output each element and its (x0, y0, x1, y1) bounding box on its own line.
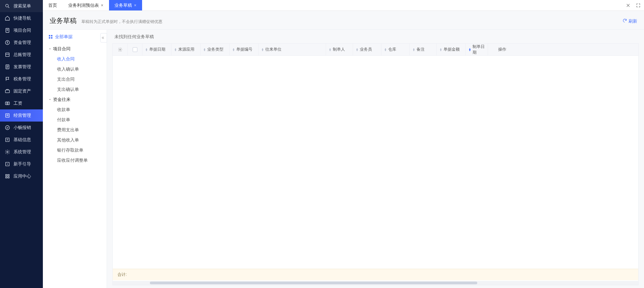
sidebar-item-reimbursement[interactable]: 小畅报销 (0, 122, 43, 134)
page-subtitle: 草稿转为正式单据时，不会执行满赠促销优惠 (81, 19, 162, 25)
reimbursement-icon (5, 125, 10, 130)
svg-rect-11 (5, 102, 9, 105)
svg-rect-31 (49, 37, 50, 38)
svg-rect-29 (49, 35, 50, 36)
sidebar-item-label: 税务管理 (14, 76, 31, 82)
filter-item-bank-deposit[interactable]: 银行存取款单 (46, 145, 104, 155)
scrollbar-thumb[interactable] (150, 282, 477, 284)
close-icon[interactable]: × (134, 3, 136, 8)
horizontal-scrollbar[interactable] (113, 281, 638, 285)
sidebar-item-salary[interactable]: 工资 (0, 97, 43, 109)
sort-icon: ▲▼ (439, 48, 442, 51)
sidebar-item-label: 固定资产 (14, 88, 31, 94)
sidebar-item-label: 工资 (14, 100, 22, 106)
guide-icon (5, 161, 10, 167)
svg-point-20 (7, 151, 8, 153)
sidebar-item-label: 资金管理 (14, 40, 31, 46)
svg-rect-26 (8, 177, 9, 178)
svg-rect-30 (51, 35, 52, 36)
sidebar-item-search[interactable]: 搜索菜单 (0, 0, 43, 12)
filter-item-ar-ap-adjust[interactable]: 应收应付调整单 (46, 155, 104, 165)
close-icon[interactable]: × (101, 3, 103, 8)
sidebar-item-label: 新手引导 (14, 161, 31, 167)
fullscreen-icon[interactable] (635, 2, 641, 8)
tab-business-draft[interactable]: 业务草稿 × (109, 0, 142, 10)
svg-rect-23 (6, 175, 7, 176)
sidebar-item-fixed-assets[interactable]: 固定资产 (0, 85, 43, 97)
tabs-bar: 首页 业务利润预估表 × 业务草稿 × (43, 0, 644, 11)
sidebar-item-business-mgmt[interactable]: 经营管理 (0, 109, 43, 122)
sidebar-item-label: 基础信息 (14, 137, 31, 143)
select-all-checkbox[interactable] (133, 47, 137, 52)
tab-profit-forecast[interactable]: 业务利润预估表 × (63, 0, 109, 10)
filter-item-income-contract[interactable]: 收入合同 (46, 54, 104, 64)
filter-all-documents[interactable]: 全部单据 (43, 34, 107, 44)
th-doc-date[interactable]: ▲▼单据日期 (142, 44, 171, 55)
main: 首页 业务利润预估表 × 业务草稿 × 业务草稿 草稿转为正式单据时，不会执行满… (43, 0, 644, 288)
sidebar-item-basic-info[interactable]: 基础信息 (0, 134, 43, 146)
sidebar-item-app-center[interactable]: 应用中心 (0, 170, 43, 182)
filter-group-project-contract: 项目合同 收入合同 收入确认单 支出合同 支出确认单 (43, 44, 107, 95)
filter-group-label: 资金往来 (53, 97, 71, 103)
tab-home[interactable]: 首页 (43, 0, 63, 10)
filter-group-header[interactable]: 项目合同 (46, 44, 104, 54)
money-icon (5, 40, 10, 45)
chevron-down-icon (48, 47, 52, 51)
svg-point-12 (7, 103, 8, 104)
ledger-icon (5, 52, 10, 57)
filter-item-expense-sheet[interactable]: 费用支出单 (46, 125, 104, 135)
tab-label: 首页 (48, 2, 57, 8)
content: 全部单据 项目合同 收入合同 收入确认单 支出合同 支出确认单 (43, 30, 644, 288)
th-amount[interactable]: ▲▼单据金额 (437, 44, 466, 55)
refresh-button[interactable]: 刷新 (622, 18, 637, 24)
table-area: 未找到任何业务草稿 ▲▼单据日期 ▲▼来源应用 ▲▼业务类型 ▲▼单据编号 (107, 30, 644, 288)
svg-rect-25 (6, 177, 7, 178)
th-doc-no[interactable]: ▲▼单据编号 (230, 44, 259, 55)
th-salesperson[interactable]: ▲▼业务员 (353, 44, 381, 55)
filter-group-header[interactable]: 资金往来 (46, 95, 104, 105)
th-warehouse[interactable]: ▲▼仓库 (381, 44, 410, 55)
filter-all-label: 全部单据 (55, 34, 73, 40)
sidebar-item-fund-mgmt[interactable]: 资金管理 (0, 36, 43, 49)
th-creator[interactable]: ▲▼制单人 (326, 44, 353, 55)
sidebar-item-label: 经营管理 (14, 112, 31, 119)
sidebar-item-label: 小畅报销 (14, 125, 31, 131)
th-remark[interactable]: ▲▼备注 (410, 44, 437, 55)
filter-group-label: 项目合同 (53, 46, 71, 52)
sort-icon: ▲▼ (468, 48, 471, 51)
close-all-icon[interactable] (625, 2, 631, 8)
filter-item-expense-confirm[interactable]: 支出确认单 (46, 84, 104, 95)
column-settings-button[interactable] (113, 44, 128, 55)
table-body (113, 56, 638, 269)
filter-item-income-confirm[interactable]: 收入确认单 (46, 64, 104, 74)
sidebar-item-project-contract[interactable]: 项目合同 (0, 24, 43, 36)
sidebar-item-invoice[interactable]: 发票管理 (0, 61, 43, 73)
document-icon (5, 28, 10, 33)
table: ▲▼单据日期 ▲▼来源应用 ▲▼业务类型 ▲▼单据编号 ▲▼往来单位 ▲▼制单人… (112, 43, 639, 285)
filter-item-receipt[interactable]: 收款单 (46, 105, 104, 115)
sort-icon: ▲▼ (203, 48, 206, 51)
search-icon (5, 3, 10, 9)
th-source-app[interactable]: ▲▼来源应用 (171, 44, 200, 55)
invoice-icon (5, 64, 10, 70)
gear-icon (118, 47, 123, 52)
sidebar-item-label: 系统管理 (14, 149, 31, 155)
filter-item-other-income[interactable]: 其他收入单 (46, 135, 104, 145)
th-business-type[interactable]: ▲▼业务类型 (200, 44, 230, 55)
sidebar-item-guide[interactable]: 新手引导 (0, 158, 43, 170)
sidebar-item-quick-nav[interactable]: 快捷导航 (0, 12, 43, 24)
svg-point-22 (7, 164, 7, 164)
filter-item-expense-contract[interactable]: 支出合同 (46, 74, 104, 84)
page-header: 业务草稿 草稿转为正式单据时，不会执行满赠促销优惠 刷新 (43, 11, 644, 30)
sidebar-item-system[interactable]: 系统管理 (0, 146, 43, 158)
collapse-filter-button[interactable] (100, 33, 107, 43)
salary-icon (5, 101, 10, 106)
th-create-date[interactable]: ▲▼制单日期 (466, 44, 488, 55)
sidebar-item-label: 项目合同 (14, 27, 31, 33)
refresh-icon (622, 18, 627, 24)
th-partner[interactable]: ▲▼往来单位 (259, 44, 326, 55)
filter-item-payment[interactable]: 付款单 (46, 115, 104, 125)
page-title-wrap: 业务草稿 草稿转为正式单据时，不会执行满赠促销优惠 (50, 16, 162, 25)
sidebar-item-tax[interactable]: 税务管理 (0, 73, 43, 85)
sidebar-item-general-ledger[interactable]: 总账管理 (0, 49, 43, 61)
